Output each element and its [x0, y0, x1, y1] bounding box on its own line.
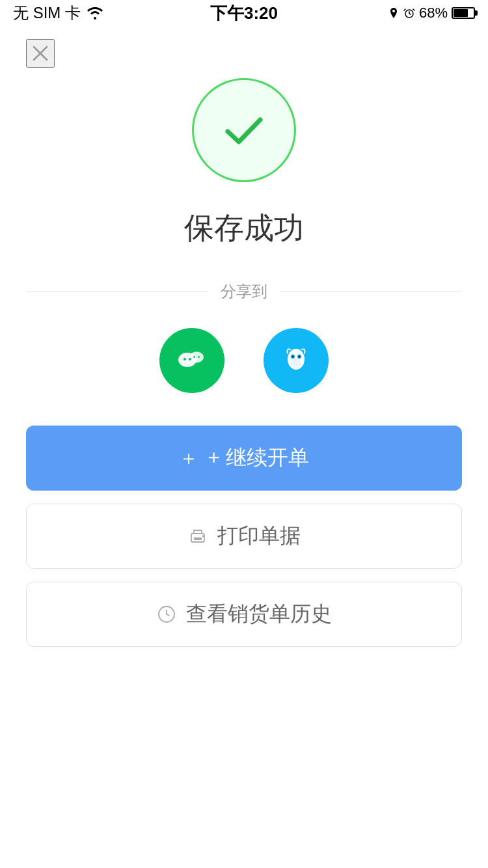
action-buttons: ＋ + 继续开单 打印单据 查看销货单历史: [26, 426, 462, 647]
battery-icon: [452, 7, 475, 19]
divider-right: [280, 292, 462, 292]
status-bar: 无 SIM 卡 下午3:20 68%: [0, 0, 488, 26]
wechat-share-button[interactable]: [159, 328, 224, 393]
svg-point-6: [189, 358, 191, 360]
divider-row: 分享到: [26, 281, 462, 302]
alarm-icon: [403, 7, 415, 19]
plus-icon: ＋: [179, 445, 198, 472]
success-title: 保存成功: [184, 208, 304, 249]
svg-point-5: [183, 358, 186, 360]
status-left: 无 SIM 卡: [13, 3, 104, 23]
history-button[interactable]: 查看销货单历史: [26, 582, 462, 647]
status-time: 下午3:20: [210, 2, 278, 25]
wechat-icon: [173, 342, 211, 379]
checkmark-icon: [218, 104, 270, 156]
location-icon: [388, 7, 400, 19]
no-sim-text: 无 SIM 卡: [13, 3, 81, 23]
print-icon: [187, 526, 208, 547]
svg-point-13: [299, 356, 301, 358]
qq-icon: [277, 342, 315, 379]
close-button[interactable]: [26, 39, 55, 68]
divider-label: 分享到: [221, 281, 267, 302]
svg-point-7: [193, 356, 195, 358]
svg-point-4: [189, 352, 204, 363]
continue-order-label: + 继续开单: [208, 444, 309, 472]
wifi-icon: [86, 7, 104, 20]
success-icon-circle: [192, 78, 296, 182]
history-icon: [156, 604, 177, 625]
svg-point-15: [291, 359, 301, 367]
qq-share-button[interactable]: [264, 328, 329, 393]
svg-rect-17: [194, 537, 202, 540]
print-button[interactable]: 打印单据: [26, 504, 462, 569]
svg-point-12: [292, 356, 294, 358]
share-section: 分享到: [26, 281, 462, 393]
share-icons: [159, 328, 329, 393]
svg-point-8: [198, 356, 200, 358]
print-label: 打印单据: [217, 522, 301, 550]
svg-point-18: [202, 536, 204, 537]
history-label: 查看销货单历史: [186, 600, 332, 629]
main-content: 保存成功 分享到: [0, 26, 488, 868]
status-right: 68%: [388, 5, 475, 21]
continue-order-button[interactable]: ＋ + 继续开单: [26, 426, 462, 491]
battery-text: 68%: [419, 5, 448, 21]
divider-left: [26, 292, 208, 292]
